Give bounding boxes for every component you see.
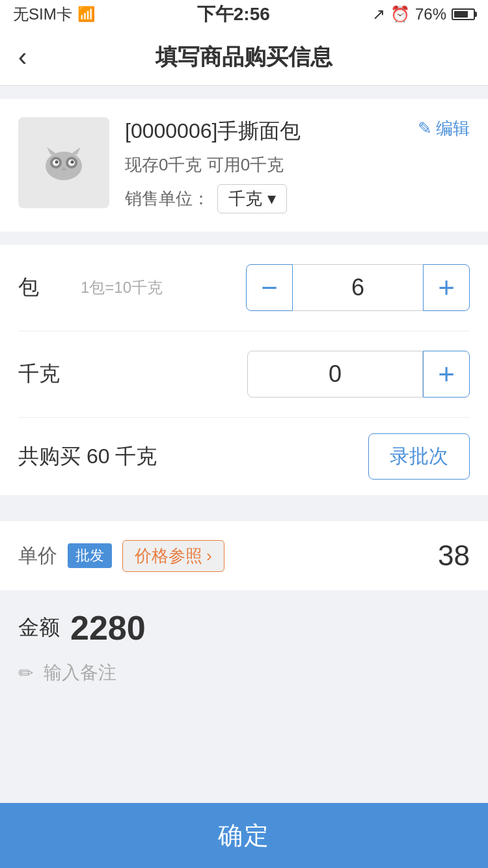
- total-text: 共购买 60 千克: [18, 442, 157, 471]
- unit-value: 千克: [228, 187, 262, 210]
- kg-plus-button[interactable]: +: [423, 351, 470, 398]
- remark-row[interactable]: ✏ 输入备注: [18, 660, 470, 685]
- svg-marker-9: [72, 147, 81, 155]
- location-icon: ↗: [372, 5, 385, 23]
- kg-label: 千克: [18, 360, 70, 388]
- page-title: 填写商品购买信息: [156, 42, 332, 72]
- amount-label: 金额: [18, 614, 60, 642]
- amount-value: 2280: [70, 608, 146, 647]
- price-label: 单价: [18, 543, 57, 569]
- product-card: [0000006]手撕面包 现存0千克 可用0千克 销售单位： 千克 ▾ ✎ 编…: [0, 99, 488, 232]
- carrier-label: 无SIM卡: [13, 4, 72, 25]
- price-ref-button[interactable]: 价格参照 ›: [122, 540, 224, 572]
- battery-percent: 76%: [415, 5, 446, 23]
- edit-button[interactable]: ✎ 编辑: [418, 117, 470, 140]
- price-ref-arrow-icon: ›: [206, 546, 212, 566]
- bao-controls: − +: [246, 264, 470, 311]
- kg-controls: +: [247, 351, 470, 398]
- unit-select[interactable]: 千克 ▾: [217, 184, 287, 213]
- kg-input[interactable]: [247, 351, 423, 398]
- remark-icon: ✏: [18, 662, 33, 684]
- remark-text: 输入备注: [44, 660, 116, 685]
- time-label: 下午2:56: [197, 2, 270, 27]
- divider-2: [0, 495, 488, 508]
- amount-section: 金额 2280 ✏ 输入备注: [0, 590, 488, 703]
- bao-label: 包: [18, 273, 70, 302]
- bao-input[interactable]: [293, 264, 423, 311]
- owl-logo-icon: [38, 143, 90, 182]
- price-row: 单价 批发 价格参照 › 38: [18, 539, 470, 572]
- svg-point-6: [71, 161, 74, 164]
- product-unit: 销售单位： 千克 ▾: [125, 184, 470, 213]
- back-arrow-icon: ‹: [18, 42, 27, 72]
- alarm-icon: ⏰: [390, 5, 410, 23]
- svg-point-0: [46, 152, 82, 180]
- status-bar: 无SIM卡 📶 下午2:56 ↗ ⏰ 76%: [0, 0, 488, 29]
- status-left: 无SIM卡 📶: [13, 4, 95, 25]
- input-section: 包 1包=10千克 − + 千克 +: [0, 245, 488, 418]
- price-tag: 批发: [68, 543, 112, 568]
- edit-label: 编辑: [436, 117, 470, 140]
- product-image: [18, 117, 109, 208]
- bao-input-row: 包 1包=10千克 − +: [18, 245, 470, 331]
- bao-plus-button[interactable]: +: [423, 264, 470, 311]
- svg-point-5: [55, 161, 59, 164]
- batch-button[interactable]: 录批次: [368, 433, 470, 480]
- unit-dropdown-icon: ▾: [267, 189, 276, 209]
- bao-hint: 1包=10千克: [81, 277, 246, 298]
- kg-input-row: 千克 +: [18, 331, 470, 418]
- bao-minus-button[interactable]: −: [246, 264, 293, 311]
- unit-label: 销售单位：: [125, 187, 210, 210]
- nav-bar: ‹ 填写商品购买信息: [0, 29, 488, 86]
- confirm-button[interactable]: 确定: [0, 803, 488, 868]
- wifi-icon: 📶: [77, 6, 95, 23]
- price-ref-label: 价格参照: [135, 545, 202, 567]
- price-section: 单价 批发 价格参照 › 38: [0, 521, 488, 590]
- product-stock: 现存0千克 可用0千克: [125, 154, 470, 176]
- amount-row: 金额 2280: [18, 608, 470, 647]
- back-button[interactable]: ‹: [18, 42, 27, 72]
- total-row: 共购买 60 千克 录批次: [0, 418, 488, 495]
- edit-icon: ✎: [418, 118, 432, 139]
- bottom-spacer: [0, 703, 488, 781]
- battery-icon: [452, 8, 475, 20]
- svg-marker-8: [47, 147, 56, 155]
- divider-1: [0, 232, 488, 245]
- price-value: 38: [438, 539, 470, 572]
- status-right: ↗ ⏰ 76%: [372, 5, 475, 23]
